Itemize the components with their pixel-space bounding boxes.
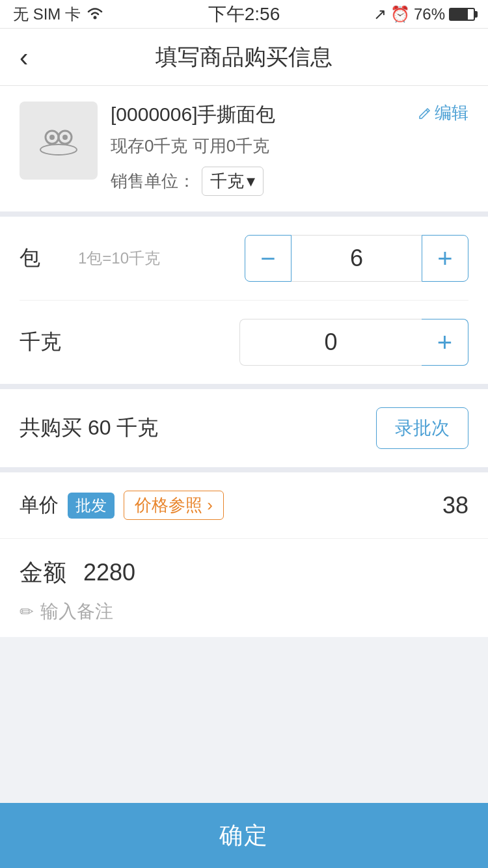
amount-section: 金额 2280 ✏ 输入备注 [0,539,488,637]
price-ref-button[interactable]: 价格参照 › [124,491,224,520]
product-card: [0000006]手撕面包 编辑 现存0千克 可用0千克 销售单位： 千克 ▾ [0,86,488,217]
svg-point-5 [40,144,77,155]
price-section: 单价 批发 价格参照 › 38 [0,472,488,539]
price-tag: 批发 [68,493,115,519]
product-stock: 现存0千克 可用0千克 [111,135,468,157]
summary-section: 共购买 60 千克 录批次 [0,389,488,472]
bao-row: 包 1包=10千克 − + [20,217,468,301]
kg-plus-button[interactable]: + [422,319,468,366]
nav-bar: ‹ 填写商品购买信息 [0,29,488,86]
battery-icon [449,8,475,21]
unit-select[interactable]: 千克 ▾ [202,167,264,196]
price-value: 38 [442,492,468,519]
remark-placeholder: 输入备注 [40,599,113,624]
bao-minus-button[interactable]: − [245,235,291,282]
alarm-icon: ⏰ [390,5,410,23]
carrier-label: 无 SIM 卡 [13,4,81,25]
confirm-button[interactable]: 确定 [0,803,488,868]
amount-label: 金额 [20,559,66,586]
battery-percent: 76% [414,5,445,23]
confirm-label: 确定 [219,820,269,852]
kg-controls: + [239,319,468,366]
chevron-down-icon: ▾ [247,171,255,191]
product-name: [0000006]手撕面包 [111,102,418,128]
amount-row: 金额 2280 [20,557,468,589]
kg-input[interactable] [239,319,422,366]
kg-label: 千克 [20,328,72,357]
kg-row: 千克 + [20,301,468,384]
status-right: ↗ ⏰ 76% [373,5,475,23]
back-button[interactable]: ‹ [20,44,28,70]
batch-button[interactable]: 录批次 [376,407,468,449]
bao-plus-button[interactable]: + [422,235,468,282]
price-label: 单价 [20,492,59,519]
bao-label: 包 [20,244,72,273]
summary-text: 共购买 60 千克 [20,414,158,442]
status-bar: 无 SIM 卡 下午2:56 ↗ ⏰ 76% [0,0,488,29]
remark-row[interactable]: ✏ 输入备注 [20,599,468,624]
product-title-row: [0000006]手撕面包 编辑 [111,102,468,128]
unit-label: 销售单位： [111,170,195,193]
svg-point-0 [94,16,97,19]
price-ref-label: 价格参照 › [135,494,213,517]
product-info: [0000006]手撕面包 编辑 现存0千克 可用0千克 销售单位： 千克 ▾ [111,102,468,196]
product-image [20,102,98,180]
bao-controls: − + [245,235,468,282]
remark-icon: ✏ [20,602,34,622]
bao-input[interactable] [291,235,422,282]
wifi-icon [86,5,104,23]
quantity-section: 包 1包=10千克 − + 千克 + [0,217,488,389]
bao-hint: 1包=10千克 [78,248,245,269]
svg-point-4 [62,135,68,140]
status-time: 下午2:56 [208,2,280,27]
page-title: 填写商品购买信息 [156,42,332,72]
amount-value: 2280 [83,559,135,586]
edit-button[interactable]: 编辑 [418,102,468,124]
location-icon: ↗ [373,5,386,23]
product-unit-row: 销售单位： 千克 ▾ [111,167,468,196]
svg-point-3 [49,135,55,140]
status-left: 无 SIM 卡 [13,4,104,25]
